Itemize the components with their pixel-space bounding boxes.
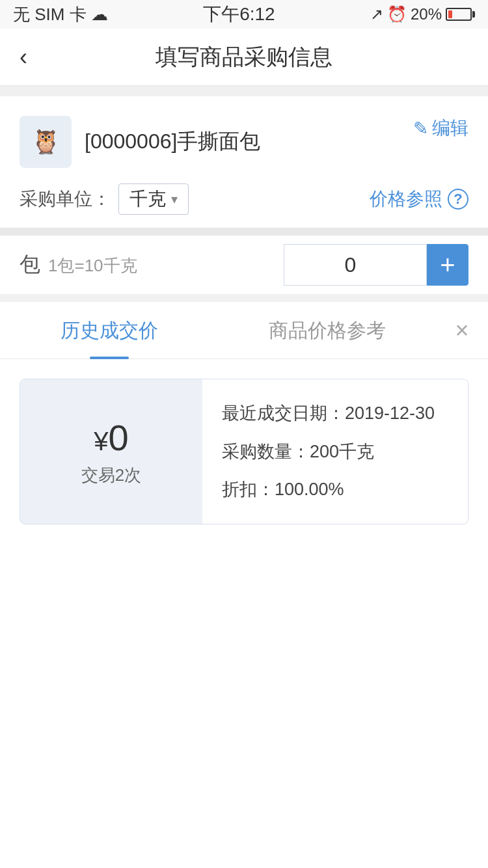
purchase-qty-label: 采购数量： bbox=[222, 442, 310, 461]
tab-historical-price[interactable]: 历史成交价 bbox=[0, 302, 218, 359]
recent-date-label: 最近成交日期： bbox=[222, 403, 345, 423]
back-button[interactable]: ‹ bbox=[20, 44, 27, 71]
quantity-label: 包 1包=10千克 bbox=[20, 251, 137, 279]
quantity-input[interactable] bbox=[284, 244, 427, 286]
product-logo: 🦉 bbox=[20, 116, 72, 168]
tabs-row: 历史成交价 商品价格参考 × bbox=[0, 302, 488, 359]
location-icon: ↗ bbox=[370, 5, 383, 23]
info-icon: ? bbox=[448, 189, 468, 210]
bottom-area bbox=[0, 544, 488, 869]
price-reference-button[interactable]: 价格参照 ? bbox=[370, 187, 468, 211]
quantity-input-group: + bbox=[284, 244, 468, 286]
status-bar: 无 SIM 卡 ☁ 下午6:12 ↗ ⏰ 20% bbox=[0, 0, 488, 29]
price-amount: ¥0 bbox=[94, 416, 128, 459]
product-header: 🦉 [0000006]手撕面包 ✎ 编辑 bbox=[20, 116, 468, 168]
discount-label: 折扣： bbox=[222, 480, 275, 499]
alarm-icon: ⏰ bbox=[387, 5, 407, 23]
price-value: 0 bbox=[109, 417, 129, 458]
quantity-plus-button[interactable]: + bbox=[427, 244, 468, 286]
purchase-qty-row: 采购数量：200千克 bbox=[222, 439, 448, 465]
card-right: 最近成交日期：2019-12-30 采购数量：200千克 折扣：100.00% bbox=[202, 379, 468, 524]
section-divider bbox=[0, 228, 488, 236]
status-right-group: ↗ ⏰ 20% bbox=[370, 5, 475, 23]
edit-button[interactable]: ✎ 编辑 bbox=[413, 116, 468, 141]
product-logo-icon: 🦉 bbox=[31, 128, 61, 156]
purchase-qty-value: 200千克 bbox=[310, 442, 374, 461]
close-icon: × bbox=[455, 317, 468, 344]
product-section: 🦉 [0000006]手撕面包 ✎ 编辑 采购单位： 千克 ▾ 价格参照 ? bbox=[0, 96, 488, 228]
recent-date-row: 最近成交日期：2019-12-30 bbox=[222, 400, 448, 427]
purchase-unit-label: 采购单位： bbox=[20, 187, 111, 211]
nav-bar: ‹ 填写商品采购信息 bbox=[0, 29, 488, 86]
panel-close-button[interactable]: × bbox=[436, 302, 488, 359]
quantity-unit: 包 bbox=[20, 251, 40, 279]
unit-select-button[interactable]: 千克 ▾ bbox=[118, 183, 189, 215]
page-title: 填写商品采购信息 bbox=[156, 42, 332, 72]
currency-symbol: ¥ bbox=[94, 427, 108, 455]
panel-section: 历史成交价 商品价格参考 × ¥0 交易2次 最近成交日期：2019-12-30… bbox=[0, 302, 488, 544]
tab-product-price-ref[interactable]: 商品价格参考 bbox=[218, 302, 436, 359]
battery-icon bbox=[446, 8, 475, 21]
edit-icon: ✎ bbox=[413, 118, 428, 139]
discount-value: 100.00% bbox=[275, 480, 344, 499]
product-left: 🦉 [0000006]手撕面包 bbox=[20, 116, 260, 168]
status-network: 无 SIM 卡 ☁ bbox=[13, 3, 108, 26]
discount-row: 折扣：100.00% bbox=[222, 476, 448, 503]
product-footer: 采购单位： 千克 ▾ 价格参照 ? bbox=[20, 183, 468, 215]
plus-icon: + bbox=[440, 251, 455, 280]
chevron-down-icon: ▾ bbox=[171, 191, 178, 207]
price-ref-label: 价格参照 bbox=[370, 187, 442, 211]
product-name: [0000006]手撕面包 bbox=[85, 128, 260, 156]
card-left: ¥0 交易2次 bbox=[20, 379, 202, 524]
battery-percent: 20% bbox=[411, 5, 442, 23]
quantity-section: 包 1包=10千克 + bbox=[0, 236, 488, 294]
recent-date-value: 2019-12-30 bbox=[345, 403, 435, 423]
unit-value: 千克 bbox=[129, 187, 166, 211]
edit-label: 编辑 bbox=[432, 116, 468, 141]
unit-section: 采购单位： 千克 ▾ bbox=[20, 183, 189, 215]
price-card: ¥0 交易2次 最近成交日期：2019-12-30 采购数量：200千克 折扣：… bbox=[20, 379, 468, 524]
price-card-container: ¥0 交易2次 最近成交日期：2019-12-30 采购数量：200千克 折扣：… bbox=[0, 359, 488, 544]
trade-count: 交易2次 bbox=[81, 464, 141, 487]
status-time: 下午6:12 bbox=[203, 2, 275, 27]
quantity-hint: 1包=10千克 bbox=[48, 254, 137, 277]
